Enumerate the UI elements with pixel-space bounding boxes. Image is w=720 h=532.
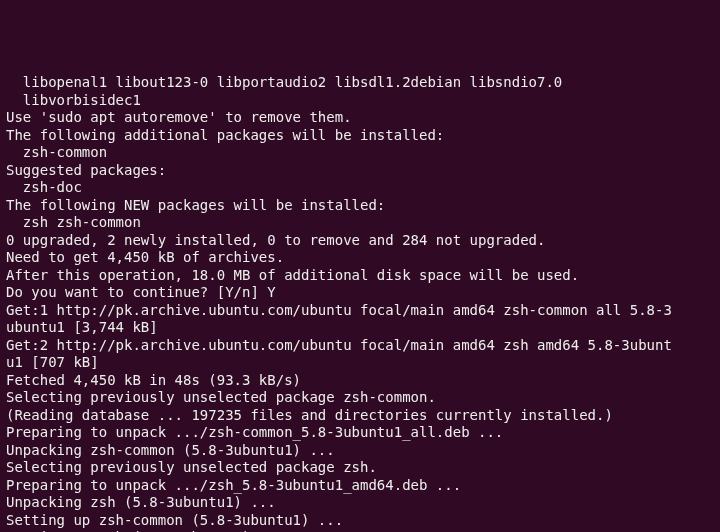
- terminal-line: Fetched 4,450 kB in 48s (93.3 kB/s): [6, 372, 714, 390]
- terminal-line: Do you want to continue? [Y/n] Y: [6, 284, 714, 302]
- terminal-line: 0 upgraded, 2 newly installed, 0 to remo…: [6, 232, 714, 250]
- terminal-line: Preparing to unpack .../zsh-common_5.8-3…: [6, 424, 714, 442]
- terminal-line: Selecting previously unselected package …: [6, 459, 714, 477]
- terminal-line: Setting up zsh-common (5.8-3ubuntu1) ...: [6, 512, 714, 530]
- terminal-line: Use 'sudo apt autoremove' to remove them…: [6, 109, 714, 127]
- terminal-line: Get:1 http://pk.archive.ubuntu.com/ubunt…: [6, 302, 714, 320]
- terminal-line: Need to get 4,450 kB of archives.: [6, 249, 714, 267]
- terminal-line: Unpacking zsh (5.8-3ubuntu1) ...: [6, 494, 714, 512]
- terminal-line: Suggested packages:: [6, 162, 714, 180]
- terminal-line: libopenal1 libout123-0 libportaudio2 lib…: [6, 74, 714, 92]
- terminal-line: (Reading database ... 197235 files and d…: [6, 407, 714, 425]
- terminal-line: After this operation, 18.0 MB of additio…: [6, 267, 714, 285]
- terminal-output: libopenal1 libout123-0 libportaudio2 lib…: [6, 74, 714, 532]
- terminal-line: Selecting previously unselected package …: [6, 389, 714, 407]
- terminal-line: The following NEW packages will be insta…: [6, 197, 714, 215]
- terminal-line: Unpacking zsh-common (5.8-3ubuntu1) ...: [6, 442, 714, 460]
- terminal-line: ubuntu1 [3,744 kB]: [6, 319, 714, 337]
- terminal-line: zsh-doc: [6, 179, 714, 197]
- terminal-line: Preparing to unpack .../zsh_5.8-3ubuntu1…: [6, 477, 714, 495]
- terminal-line: u1 [707 kB]: [6, 354, 714, 372]
- terminal-line: libvorbisidec1: [6, 92, 714, 110]
- terminal-line: zsh-common: [6, 144, 714, 162]
- terminal-line: zsh zsh-common: [6, 214, 714, 232]
- terminal-line: The following additional packages will b…: [6, 127, 714, 145]
- terminal-line: Get:2 http://pk.archive.ubuntu.com/ubunt…: [6, 337, 714, 355]
